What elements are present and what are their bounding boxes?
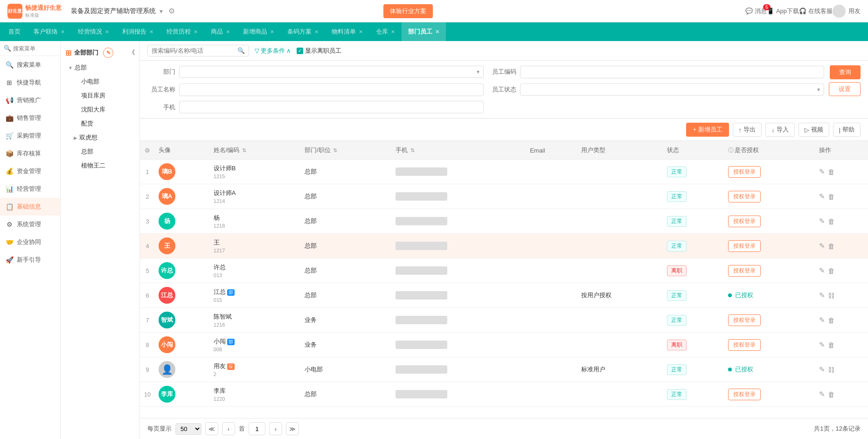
tab-close-icon[interactable]: ✕	[270, 29, 274, 35]
auth-login-button[interactable]: 授权登录	[728, 166, 761, 178]
sidebar-item-销售管理[interactable]: 💼销售管理	[0, 109, 60, 127]
auth-login-button[interactable]: 授权登录	[728, 265, 761, 277]
tab-close-icon[interactable]: ✕	[391, 29, 395, 35]
user-area[interactable]: 用友	[833, 5, 861, 18]
add-employee-button[interactable]: + 新增员工	[686, 123, 729, 137]
dept-item-项目库房[interactable]: 项目库房	[61, 89, 139, 103]
nav-tab-条码方案[interactable]: 条码方案✕	[281, 22, 325, 41]
delete-icon[interactable]: 🗑	[828, 341, 835, 349]
sidebar-item-库存核算[interactable]: 📦库存核算	[0, 145, 60, 162]
edit-icon[interactable]: ✎	[819, 291, 825, 300]
nav-tab-经营情况[interactable]: 经营情况✕	[71, 22, 116, 41]
nav-tab-客户联络[interactable]: 客户联络✕	[27, 22, 71, 41]
delete-icon[interactable]: 🗑	[828, 316, 835, 324]
auth-login-button[interactable]: 授权登录	[728, 216, 761, 227]
help-button[interactable]: | 帮助	[833, 123, 861, 137]
link-icon[interactable]: ⛓	[828, 292, 835, 300]
sidebar-item-企业协同[interactable]: 🤝企业协同	[0, 233, 60, 251]
last-page-button[interactable]: ≫	[286, 422, 299, 435]
name-sort-icon[interactable]: ⇅	[242, 147, 246, 153]
export-button[interactable]: ↑ 导出	[733, 123, 762, 137]
sidebar-item-基础信息[interactable]: 📋基础信息	[0, 198, 60, 216]
delete-icon[interactable]: 🗑	[828, 242, 835, 250]
delete-icon[interactable]: 🗑	[828, 267, 835, 275]
next-page-button[interactable]: ›	[269, 422, 282, 435]
app-download-button[interactable]: 📱 App下载	[767, 7, 799, 15]
online-service-button[interactable]: 🎧 在线客服	[799, 7, 833, 15]
sidebar-item-系统管理[interactable]: ⚙系统管理	[0, 216, 60, 233]
emp-code-input[interactable]	[520, 66, 825, 78]
sidebar-item-资金管理[interactable]: 💰资金管理	[0, 162, 60, 180]
edit-icon[interactable]: ✎	[819, 192, 825, 201]
edit-icon[interactable]: ✎	[819, 242, 825, 250]
auth-info-icon[interactable]: ⓘ	[728, 147, 734, 153]
edit-icon[interactable]: ✎	[819, 266, 825, 275]
tab-close-icon[interactable]: ✕	[149, 29, 153, 35]
first-page-button[interactable]: ≪	[205, 422, 218, 435]
more-conditions-button[interactable]: ▽ 更多条件 ∧	[255, 47, 291, 55]
message-button[interactable]: 💬 消息 6	[745, 7, 767, 15]
edit-icon[interactable]: ✎	[819, 341, 825, 349]
nav-tab-仓库[interactable]: 仓库✕	[369, 22, 402, 41]
auth-login-button[interactable]: 授权登录	[728, 339, 761, 351]
auth-login-button[interactable]: 授权登录	[728, 389, 761, 400]
search-submit-icon[interactable]: 🔍	[237, 47, 245, 54]
sidebar-item-营销推广[interactable]: 📢营销推广	[0, 91, 60, 109]
link-icon[interactable]: ⛓	[828, 366, 835, 374]
sidebar-item-搜索菜单[interactable]: 🔍搜索菜单	[0, 56, 60, 74]
tab-close-icon[interactable]: ✕	[61, 29, 65, 35]
dropdown-arrow-icon[interactable]: ▾	[160, 7, 163, 15]
collapse-icon[interactable]: 《	[129, 49, 135, 57]
tab-close-icon[interactable]: ✕	[435, 29, 439, 35]
emp-status-select[interactable]: ▾	[520, 84, 825, 96]
phone-sort-icon[interactable]: ⇅	[410, 147, 415, 153]
tab-close-icon[interactable]: ✕	[105, 29, 109, 35]
nav-tab-经营历程[interactable]: 经营历程✕	[160, 22, 204, 41]
delete-icon[interactable]: 🗑	[828, 217, 835, 225]
dept-select[interactable]: ▾	[179, 66, 484, 78]
nav-tab-商品[interactable]: 商品✕	[204, 22, 236, 41]
sidebar-item-经营管理[interactable]: 📊经营管理	[0, 180, 60, 198]
edit-icon[interactable]: ✎	[819, 217, 825, 225]
edit-icon[interactable]: ✎	[819, 365, 825, 374]
edit-icon[interactable]: ✎	[819, 316, 825, 324]
tab-close-icon[interactable]: ✕	[314, 29, 319, 35]
sidebar-item-快捷导航[interactable]: ⊞快捷导航	[0, 74, 60, 91]
prev-page-button[interactable]: ‹	[222, 422, 235, 435]
delete-icon[interactable]: 🗑	[828, 168, 835, 176]
nav-tab-部门员工[interactable]: 部门员工✕	[402, 22, 446, 41]
page-number-input[interactable]	[249, 422, 265, 435]
nav-tab-物料清单[interactable]: 物料清单✕	[325, 22, 369, 41]
delete-icon[interactable]: 🗑	[828, 193, 835, 201]
import-button[interactable]: ↓ 导入	[765, 123, 795, 137]
sidebar-item-新手引导[interactable]: 🚀新手引导	[0, 251, 60, 269]
video-button[interactable]: ▷ 视频	[799, 123, 829, 137]
dept-sort-icon[interactable]: ⇅	[333, 147, 337, 153]
settings-icon[interactable]: ⚙	[168, 7, 175, 15]
dept-item-植物王二[interactable]: 植物王二	[61, 159, 139, 173]
nav-tab-新增商品[interactable]: 新增商品✕	[236, 22, 281, 41]
search-input[interactable]	[152, 47, 236, 54]
dept-item-双虎想[interactable]: ▶双虎想	[61, 131, 139, 145]
dept-item-沈阳大库[interactable]: 沈阳大库	[61, 103, 139, 117]
phone-input[interactable]	[179, 101, 484, 113]
edit-icon[interactable]: ✎	[819, 167, 825, 176]
sidebar-item-采购管理[interactable]: 🛒采购管理	[0, 127, 60, 145]
page-size-select[interactable]: 50 20 100	[175, 423, 201, 435]
query-button[interactable]: 查询	[830, 65, 861, 79]
dept-edit-icon[interactable]: ✎	[103, 48, 113, 58]
dept-item-总部[interactable]: ▼总部	[61, 61, 139, 75]
nav-tab-利润报告[interactable]: 利润报告✕	[116, 22, 160, 41]
emp-name-input[interactable]	[179, 84, 484, 96]
auth-login-button[interactable]: 授权登录	[728, 191, 761, 202]
auth-login-button[interactable]: 授权登录	[728, 314, 761, 326]
show-resign-toggle[interactable]: ✓ 显示离职员工	[297, 47, 341, 55]
tab-close-icon[interactable]: ✕	[226, 29, 230, 35]
tab-close-icon[interactable]: ✕	[359, 29, 363, 35]
dept-item-配货[interactable]: 配货	[61, 117, 139, 131]
nav-tab-首页[interactable]: 首页	[2, 22, 27, 41]
dept-item-总部[interactable]: 总部	[61, 145, 139, 159]
gear-icon[interactable]: ⚙	[145, 147, 150, 154]
set-button[interactable]: 设置	[829, 82, 861, 96]
auth-login-button[interactable]: 授权登录	[728, 240, 761, 252]
